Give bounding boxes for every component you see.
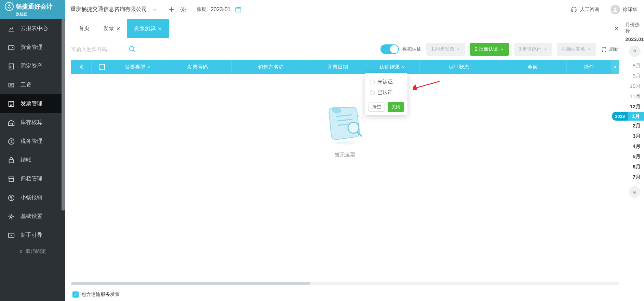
svg-rect-4 xyxy=(9,45,14,50)
sidebar-item-assets[interactable]: 固定资产 xyxy=(0,57,65,76)
sidebar-item-settings[interactable]: 基础设置 xyxy=(0,207,65,226)
filter-option-verified[interactable]: 已认证 xyxy=(365,87,407,98)
th-settings[interactable] xyxy=(71,60,92,74)
chevron-down-icon xyxy=(456,47,460,51)
filter-close-button[interactable]: 关闭 xyxy=(388,102,404,112)
include-transport-checkbox[interactable]: ✓ xyxy=(72,291,79,298)
month-item-active[interactable]: 2023 1月 xyxy=(621,112,644,121)
svg-point-16 xyxy=(130,46,134,51)
month-item[interactable]: 10月 xyxy=(625,81,644,91)
table-header: 发票类型 发票号码 销售方名称 开票日期 认证结果 未认证 已认证 清空 关闭 xyxy=(71,60,619,74)
search-icon[interactable] xyxy=(129,45,136,53)
user-menu[interactable]: 徐泽华 xyxy=(605,5,637,14)
refresh-label: 刷新 xyxy=(609,46,619,52)
step-label: 3.申请统计 xyxy=(519,46,542,52)
step-sign-button[interactable]: 4.确认签名 xyxy=(557,43,596,56)
archive-icon xyxy=(8,175,15,183)
svg-point-1 xyxy=(183,9,184,10)
svg-rect-6 xyxy=(9,64,14,69)
sidebar-item-label: 新手引导 xyxy=(21,232,42,239)
month-item[interactable]: 5月 xyxy=(625,151,644,162)
sidebar-item-close[interactable]: 结账 xyxy=(0,151,65,169)
sidebar-item-report[interactable]: 云报表中心 xyxy=(0,19,65,38)
tab-invoice[interactable]: 发票✕ xyxy=(96,19,127,38)
svg-rect-10 xyxy=(9,160,14,163)
calendar-icon[interactable] xyxy=(235,6,242,13)
header-left: 重庆畅捷交通信息咨询有限公司 账期 2023-01 xyxy=(65,6,242,13)
sidebar-item-archive[interactable]: 归档管理 xyxy=(0,169,65,188)
month-scroll-down[interactable] xyxy=(629,186,641,198)
username: 徐泽华 xyxy=(623,6,637,13)
chart-icon xyxy=(8,25,15,32)
month-item[interactable]: 6月 xyxy=(625,162,644,172)
logo-area: 畅捷通好会计 旗舰版 xyxy=(0,0,65,19)
sidebar-item-invoice[interactable]: 发票管理 xyxy=(0,94,65,113)
month-item[interactable]: 3月 xyxy=(625,131,644,141)
th-type[interactable]: 发票类型 xyxy=(112,60,163,74)
close-icon[interactable]: ✕ xyxy=(116,26,120,31)
main-area: 首页 发票✕ 发票测算✕ ✕ 模拟认证 1.同步 xyxy=(65,19,644,301)
svg-point-17 xyxy=(80,66,82,68)
consult-button[interactable]: 人工咨询 xyxy=(571,6,599,13)
tabs-bar: 首页 发票✕ 发票测算✕ ✕ xyxy=(65,19,625,38)
month-label: 11月 xyxy=(630,93,641,100)
sidebar-item-reimburse[interactable]: 小畅报销 xyxy=(0,188,65,207)
add-icon[interactable] xyxy=(168,6,175,13)
month-item[interactable]: 2月 xyxy=(625,121,644,131)
month-item[interactable]: 8月 xyxy=(625,60,644,71)
sidebar-item-label: 库存核算 xyxy=(21,119,42,126)
year-badge: 2023 xyxy=(612,112,628,121)
unfix-button[interactable]: 取消固定 xyxy=(0,245,65,258)
building-icon xyxy=(8,63,15,70)
svg-rect-2 xyxy=(236,8,241,12)
svg-point-0 xyxy=(5,2,13,11)
empty-illustration xyxy=(321,101,369,146)
month-label: 3月 xyxy=(633,133,641,139)
month-item[interactable]: 4月 xyxy=(625,141,644,151)
tab-invoice-calc[interactable]: 发票测算✕ xyxy=(127,19,169,38)
step-batch-button[interactable]: 2.批量认证 xyxy=(470,43,509,56)
th-seller: 销售方名称 xyxy=(232,60,310,74)
month-item[interactable]: 9月 xyxy=(625,71,644,81)
settings-icon[interactable] xyxy=(180,6,187,13)
close-icon[interactable]: ✕ xyxy=(158,26,162,31)
step-stat-button[interactable]: 3.申请统计 xyxy=(514,43,553,56)
chevron-down-icon xyxy=(147,65,151,69)
th-label: 认证结果 xyxy=(379,64,400,70)
th-scroll-right[interactable] xyxy=(611,60,619,74)
close-all-tabs[interactable]: ✕ xyxy=(608,19,625,38)
filter-clear-button[interactable]: 清空 xyxy=(368,102,385,112)
sidebar-item-salary[interactable]: 工资 xyxy=(0,76,65,94)
svg-point-14 xyxy=(10,216,12,218)
logo-icon xyxy=(5,2,14,11)
th-result[interactable]: 认证结果 未认证 已认证 清空 关闭 xyxy=(365,60,420,74)
sidebar-item-guide[interactable]: 新手引导 xyxy=(0,226,65,245)
period-value: 2023-01 xyxy=(211,6,231,13)
search-input[interactable] xyxy=(71,46,126,52)
month-panel-title: 月份选择 xyxy=(625,22,644,34)
sidebar-item-funds[interactable]: 资金管理 xyxy=(0,38,65,57)
refresh-button[interactable]: 刷新 xyxy=(601,46,619,52)
period-label: 账期 xyxy=(197,6,206,13)
company-dropdown-icon[interactable] xyxy=(152,6,158,13)
tax-icon xyxy=(8,138,15,145)
gear-icon xyxy=(8,213,15,220)
th-checkbox[interactable] xyxy=(92,60,112,74)
sidebar-item-tax[interactable]: 税务管理 xyxy=(0,132,65,151)
svg-point-24 xyxy=(335,141,355,145)
filter-option-unverified[interactable]: 未认证 xyxy=(365,77,407,87)
step-sync-button[interactable]: 1.同步发票 xyxy=(426,43,465,56)
sidebar-item-label: 发票管理 xyxy=(21,100,42,107)
sidebar-item-inventory[interactable]: 库存核算 xyxy=(0,113,65,132)
month-item[interactable]: 11月 xyxy=(625,91,644,101)
tab-home[interactable]: 首页 xyxy=(72,19,96,38)
simulate-toggle[interactable] xyxy=(380,44,399,54)
month-item[interactable]: 12月 xyxy=(625,101,644,112)
month-item[interactable]: 7月 xyxy=(625,172,644,182)
th-label: 操作 xyxy=(584,64,594,70)
horizontal-scrollbar[interactable] xyxy=(71,281,619,286)
wallet-icon xyxy=(8,44,15,51)
sidebar-scrollbar[interactable] xyxy=(62,19,65,210)
left-arrow-icon xyxy=(19,249,24,254)
month-scroll-up[interactable] xyxy=(629,45,641,57)
